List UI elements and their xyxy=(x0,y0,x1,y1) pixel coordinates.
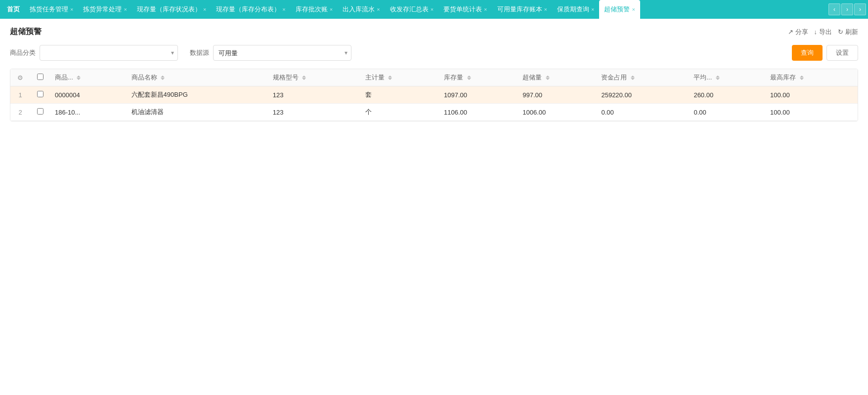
category-select[interactable] xyxy=(40,45,178,61)
close-icon[interactable]: × xyxy=(484,6,487,12)
sort-icon xyxy=(161,76,165,80)
cell-code: 0000004 xyxy=(50,86,127,104)
export-button[interactable]: ↓ 导出 xyxy=(814,28,832,37)
nav-next-button[interactable]: › xyxy=(841,3,853,15)
data-table-wrap: ⚙ 商品... 商品名称 规格型号 xyxy=(10,69,858,121)
nav-prev-button[interactable]: ‹ xyxy=(828,3,840,15)
cell-over: 1006.00 xyxy=(518,104,596,121)
close-icon[interactable]: × xyxy=(203,6,206,12)
cell-spec: 123 xyxy=(268,104,360,121)
gear-icon: ⚙ xyxy=(17,74,23,81)
select-all-checkbox[interactable] xyxy=(37,74,43,80)
tab-9[interactable]: 可用量库存账本 × xyxy=(492,0,552,19)
col-header-code[interactable]: 商品... xyxy=(50,69,127,86)
close-icon[interactable]: × xyxy=(591,6,594,12)
cell-over: 997.00 xyxy=(518,86,596,104)
tab-4[interactable]: 现存量（库存分布表） × xyxy=(211,0,290,19)
col-header-capital[interactable]: 资金占用 xyxy=(596,69,689,86)
row-checkbox[interactable] xyxy=(37,108,43,115)
settings-button[interactable]: 设置 xyxy=(826,45,858,61)
close-icon[interactable]: × xyxy=(431,6,434,12)
cell-capital: 0.00 xyxy=(596,104,689,121)
table-row: 1 0000004 六配套新昌490BPG 123 套 1097.00 997.… xyxy=(10,86,858,104)
col-header-max[interactable]: 最高库存 xyxy=(765,69,858,86)
page-title: 超储预警 xyxy=(10,27,42,37)
nav-more-button[interactable]: › xyxy=(854,3,866,15)
col-header-stock[interactable]: 库存量 xyxy=(439,69,518,86)
tab-11[interactable]: 超储预警 × xyxy=(599,0,640,19)
filter-area: 商品分类 ▾ 数据源 可用量 ▾ 查询 设置 xyxy=(10,45,858,61)
share-button[interactable]: ↗ 分享 xyxy=(788,28,808,37)
datasource-select-wrap: 可用量 ▾ xyxy=(213,45,351,61)
tab-7[interactable]: 收发存汇总表 × xyxy=(385,0,438,19)
nav-home[interactable]: 首页 xyxy=(2,0,25,19)
category-select-wrap: ▾ xyxy=(40,45,178,61)
col-select-all[interactable] xyxy=(30,69,50,86)
cell-unit: 个 xyxy=(360,104,439,121)
sort-icon xyxy=(716,76,720,80)
close-icon[interactable]: × xyxy=(377,6,380,12)
sort-icon xyxy=(302,76,306,80)
refresh-button[interactable]: ↻ 刷新 xyxy=(838,28,858,37)
cell-stock: 1097.00 xyxy=(439,86,518,104)
row-number: 2 xyxy=(10,104,30,121)
tab-6[interactable]: 出入库流水 × xyxy=(338,0,385,19)
row-number: 1 xyxy=(10,86,30,104)
share-icon: ↗ xyxy=(788,28,793,36)
cell-max: 100.00 xyxy=(765,86,858,104)
top-nav: 首页 拣货任务管理 × 拣货异常处理 × 现存量（库存状况表） × 现存量（库存… xyxy=(0,0,868,19)
main-content: 超储预警 ↗ 分享 ↓ 导出 ↻ 刷新 商品分类 ▾ xyxy=(0,19,868,395)
tab-3[interactable]: 现存量（库存状况表） × xyxy=(132,0,211,19)
page-header: 超储预警 ↗ 分享 ↓ 导出 ↻ 刷新 xyxy=(10,27,858,37)
category-label: 商品分类 xyxy=(10,48,36,57)
sort-icon xyxy=(800,76,804,80)
cell-code: 186-10... xyxy=(50,104,127,121)
cell-name: 机油滤清器 xyxy=(127,104,268,121)
tab-2[interactable]: 拣货异常处理 × xyxy=(78,0,131,19)
close-icon[interactable]: × xyxy=(70,6,73,12)
datasource-select[interactable]: 可用量 xyxy=(213,45,351,61)
filter-datasource-group: 数据源 可用量 ▾ xyxy=(190,45,351,61)
col-header-spec[interactable]: 规格型号 xyxy=(268,69,360,86)
close-icon[interactable]: × xyxy=(282,6,285,12)
tab-10[interactable]: 保质期查询 × xyxy=(552,0,599,19)
close-icon[interactable]: × xyxy=(330,6,333,12)
cell-avg: 260.00 xyxy=(689,86,765,104)
row-checkbox-cell[interactable] xyxy=(30,86,50,104)
cell-unit: 套 xyxy=(360,86,439,104)
tab-5[interactable]: 库存批次账 × xyxy=(291,0,338,19)
filter-category-group: 商品分类 ▾ xyxy=(10,45,178,61)
table-body: 1 0000004 六配套新昌490BPG 123 套 1097.00 997.… xyxy=(10,86,858,121)
tab-1[interactable]: 拣货任务管理 × xyxy=(25,0,78,19)
col-header-avg[interactable]: 平均... xyxy=(689,69,765,86)
close-icon[interactable]: × xyxy=(632,6,635,12)
cell-spec: 123 xyxy=(268,86,360,104)
row-checkbox-cell[interactable] xyxy=(30,104,50,121)
cell-name: 六配套新昌490BPG xyxy=(127,86,268,104)
query-button[interactable]: 查询 xyxy=(792,45,823,61)
sort-icon xyxy=(388,76,392,80)
cell-capital: 259220.00 xyxy=(596,86,689,104)
close-icon[interactable]: × xyxy=(124,6,127,12)
refresh-icon: ↻ xyxy=(838,28,843,36)
table-header-row: ⚙ 商品... 商品名称 规格型号 xyxy=(10,69,858,86)
cell-stock: 1106.00 xyxy=(439,104,518,121)
cell-max: 100.00 xyxy=(765,104,858,121)
row-checkbox[interactable] xyxy=(37,91,43,97)
col-settings[interactable]: ⚙ xyxy=(10,69,30,86)
nav-arrows: ‹ › › xyxy=(828,3,866,15)
tab-8[interactable]: 要货单统计表 × xyxy=(438,0,492,19)
datasource-label: 数据源 xyxy=(190,48,209,57)
export-icon: ↓ xyxy=(814,28,818,36)
data-table: ⚙ 商品... 商品名称 规格型号 xyxy=(10,69,858,121)
cell-avg: 0.00 xyxy=(689,104,765,121)
header-actions: ↗ 分享 ↓ 导出 ↻ 刷新 xyxy=(788,28,859,37)
sort-icon xyxy=(77,76,81,80)
sort-icon xyxy=(631,76,635,80)
col-header-unit[interactable]: 主计量 xyxy=(360,69,439,86)
col-header-name[interactable]: 商品名称 xyxy=(127,69,268,86)
table-row: 2 186-10... 机油滤清器 123 个 1106.00 1006.00 … xyxy=(10,104,858,121)
close-icon[interactable]: × xyxy=(544,6,547,12)
col-header-over[interactable]: 超储量 xyxy=(518,69,596,86)
sort-icon xyxy=(467,76,471,80)
